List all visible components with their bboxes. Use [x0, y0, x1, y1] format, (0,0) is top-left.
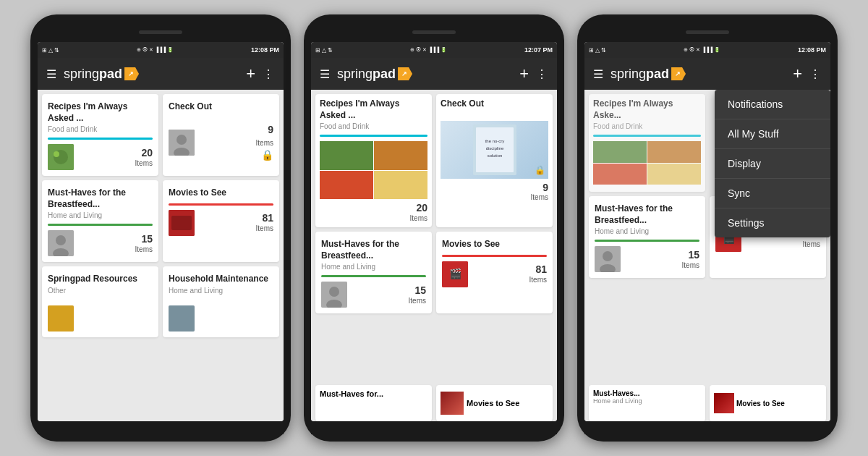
status-time-3: 12:08 PM [798, 46, 826, 54]
card-bottom: 9 Items 🔒 [169, 124, 273, 161]
content-1: Recipes I'm Always Asked ... Food and Dr… [38, 90, 284, 421]
screen-3: ⊞ △ ⇅ ⊕ ⦿ ✕ ▐▐▐ 🔋 12:08 PM ☰ spring pad … [584, 42, 830, 421]
app-header-1: ☰ spring pad ↗ + ⋮ [38, 58, 284, 90]
menu-display[interactable]: Display [715, 149, 830, 179]
add-button-1[interactable]: + [246, 64, 255, 83]
phone-3: ⊞ △ ⇅ ⊕ ⦿ ✕ ▐▐▐ 🔋 12:08 PM ☰ spring pad … [577, 14, 838, 442]
card-checkout-1[interactable]: Check Out 9 Items 🔒 [163, 94, 279, 176]
status-time-2: 12:07 PM [524, 46, 553, 54]
hamburger-icon-3[interactable]: ☰ [593, 67, 603, 81]
card-bar [593, 135, 701, 137]
food-collage-3 [593, 141, 701, 185]
menu-button-2[interactable]: ⋮ [536, 67, 548, 81]
card-checkout-2[interactable]: Check Out the no-cry discipline solution… [436, 94, 553, 227]
card-subtitle: Food and Drink [48, 125, 153, 133]
card-thumb: 🎬 [442, 261, 468, 287]
hamburger-icon-1[interactable]: ☰ [46, 67, 56, 81]
phone-bottom-3 [584, 421, 830, 434]
menu-sync[interactable]: Sync [715, 179, 830, 208]
card-musthaves-1[interactable]: Must-Haves for the Breastfeed... Home an… [42, 180, 158, 262]
card-title: Household Maintenance [169, 274, 273, 285]
phone-bottom-1 [38, 421, 284, 434]
logo-bookmark-icon-2: ↗ [398, 67, 412, 80]
card-title: Movies to See [442, 239, 547, 250]
card-thumb [595, 246, 621, 272]
svg-rect-10 [171, 216, 192, 230]
menu-settings[interactable]: Settings [715, 208, 830, 237]
card-bottom: 81Items [169, 210, 273, 236]
card-count: 15Items [682, 249, 699, 270]
card-title: Check Out [441, 98, 548, 110]
card-subtitle: Home and Living [321, 263, 426, 271]
card-recipes-2[interactable]: Recipes I'm Always Asked ... Food and Dr… [315, 94, 432, 227]
card-thumb [48, 144, 74, 170]
card-bar [48, 138, 153, 140]
svg-point-2 [54, 151, 59, 157]
add-button-3[interactable]: + [793, 64, 802, 83]
card-title: Must-Haves for the Breastfeed... [595, 203, 699, 226]
card-title: Must-Haves for the Breastfeed... [321, 239, 426, 261]
phone-notch-2 [311, 22, 557, 42]
phone-bottom-2 [311, 421, 557, 434]
card-bottom: 15Items [321, 282, 426, 308]
menu-button-3[interactable]: ⋮ [809, 67, 822, 81]
menu-notifications[interactable]: Notifications [715, 90, 830, 119]
hamburger-icon-2[interactable]: ☰ [320, 67, 330, 81]
lock-icon: 🔒 [261, 149, 273, 161]
card-count: 20Items [135, 147, 153, 168]
food-thumb-3c [593, 164, 647, 185]
card-movies-2[interactable]: Movies to See 🎬 81Items [436, 232, 553, 313]
bottom-partial: Must-Haves for... Movies to See [311, 385, 557, 421]
card-count: 9Items [531, 182, 548, 203]
card-bar-empty [48, 299, 153, 301]
content-3: Notifications All My Stuff Display Sync … [584, 90, 830, 385]
status-icons-2: ⊞ △ ⇅ [315, 47, 333, 54]
card-bar-empty [169, 299, 273, 301]
logo-bookmark-icon-3: ↗ [671, 67, 686, 80]
speaker-3 [686, 30, 729, 34]
status-left-2: ⊞ △ ⇅ [315, 47, 333, 54]
svg-point-4 [176, 135, 187, 145]
svg-point-19 [329, 287, 339, 297]
menu-button-1[interactable]: ⋮ [263, 67, 275, 81]
bottom-card-title-1: Must-Haves... [593, 389, 701, 397]
svg-rect-11 [48, 305, 74, 332]
card-springpad-1[interactable]: Springpad Resources Other [42, 266, 158, 337]
card-count-row: 20Items [320, 202, 427, 223]
speaker-2 [412, 30, 456, 34]
card-bar [48, 224, 153, 226]
svg-text:solution: solution [487, 153, 502, 158]
app-header-3: ☰ spring pad ↗ + ⋮ [584, 58, 830, 90]
card-household-1[interactable]: Household Maintenance Home and Living [163, 266, 279, 337]
partial-title-1: Must-Haves for... [320, 389, 427, 398]
card-recipes-1[interactable]: Recipes I'm Always Asked ... Food and Dr… [42, 94, 158, 176]
card-subtitle: Other [48, 287, 153, 295]
food-thumb-3a [593, 141, 647, 163]
card-count: 15Items [409, 284, 426, 305]
bottom-partial-3: Must-Haves... Home and Living Movies to … [584, 385, 830, 421]
bottom-card-1: Must-Haves... Home and Living [589, 385, 705, 421]
screen-1: ⊞ △ ⇅ ⊕ ⦿ ✕ ▐▐▐ 🔋 12:08 PM ☰ spring pad … [38, 42, 284, 421]
card-musthaves-2[interactable]: Must-Haves for the Breastfeed... Home an… [315, 232, 432, 313]
card-bottom [169, 305, 273, 332]
bottom-movie-thumb [714, 393, 734, 413]
status-icons-1: ⊞ △ ⇅ [42, 47, 59, 54]
app-logo-3: spring pad ↗ [610, 67, 786, 82]
add-button-2[interactable]: + [519, 64, 529, 83]
logo-pad-3: pad [646, 67, 669, 82]
card-bottom: 15Items [48, 230, 153, 256]
partial-title-2: Movies to See [467, 399, 519, 408]
svg-text:🎬: 🎬 [449, 268, 462, 280]
logo-spring-2: spring [337, 67, 373, 82]
card-subtitle: Home and Living [595, 227, 699, 235]
card-recipes-3[interactable]: Recipes I'm Always Aske... Food and Drin… [589, 94, 705, 192]
menu-all-my-stuff[interactable]: All My Stuff [715, 119, 830, 149]
dropdown-menu: Notifications All My Stuff Display Sync … [715, 90, 830, 237]
lock-badge: 🔒 [535, 163, 545, 176]
card-movies-1[interactable]: Movies to See 81Items [163, 180, 279, 262]
svg-rect-12 [169, 305, 195, 332]
card-musthaves-3[interactable]: Must-Haves for the Breastfeed... Home an… [589, 196, 705, 278]
card-subtitle: Home and Living [169, 287, 273, 295]
card-bar-empty [169, 117, 273, 119]
card-bar-empty [441, 114, 548, 117]
